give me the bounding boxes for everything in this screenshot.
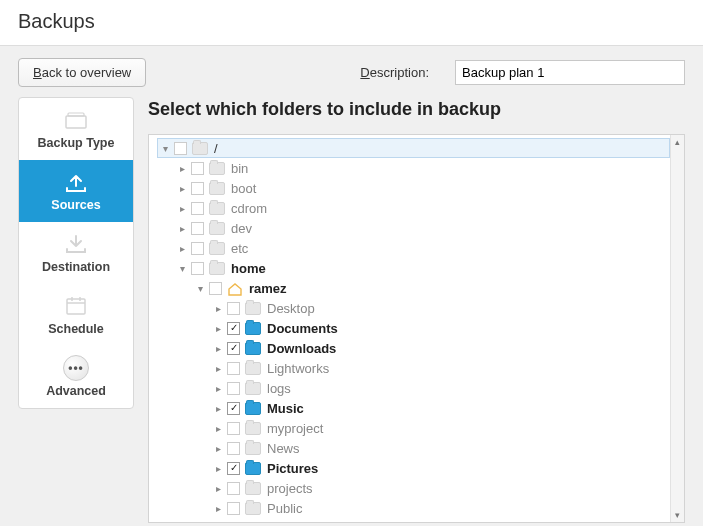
tree-row-boot[interactable]: ▸boot [157,178,670,198]
sidebar-item-schedule[interactable]: Schedule [19,284,133,346]
include-checkbox[interactable] [191,182,204,195]
folder-icon [209,262,225,275]
chevron-down-icon[interactable]: ▾ [158,143,172,154]
include-checkbox[interactable] [174,142,187,155]
tree-item-label: Desktop [267,301,315,316]
folder-stack-icon [62,108,90,132]
include-checkbox[interactable] [227,302,240,315]
chevron-right-icon[interactable]: ▸ [175,223,189,234]
chevron-down-icon[interactable]: ▾ [193,283,207,294]
sidebar-item-destination[interactable]: Destination [19,222,133,284]
tree-row-desktop[interactable]: ▸Desktop [157,298,670,318]
scroll-up-icon[interactable]: ▴ [671,135,684,149]
folder-tree: ▾/▸bin▸boot▸cdrom▸dev▸etc▾home▾ramez▸Des… [148,134,685,523]
description-input[interactable] [455,60,685,85]
folder-icon [245,302,261,315]
folder-icon [209,182,225,195]
include-checkbox[interactable]: ✓ [227,402,240,415]
include-checkbox[interactable]: ✓ [227,342,240,355]
svg-rect-1 [68,113,84,116]
scroll-down-icon[interactable]: ▾ [671,508,684,522]
chevron-right-icon[interactable]: ▸ [211,483,225,494]
sidebar-item-label: Destination [42,260,110,274]
tree-row-dev[interactable]: ▸dev [157,218,670,238]
chevron-right-icon[interactable]: ▸ [211,463,225,474]
chevron-right-icon[interactable]: ▸ [211,363,225,374]
tree-item-label: Lightworks [267,361,329,376]
include-checkbox[interactable] [191,202,204,215]
upload-icon [62,170,90,194]
include-checkbox[interactable] [209,282,222,295]
include-checkbox[interactable] [191,242,204,255]
folder-icon [245,382,261,395]
include-checkbox[interactable] [227,362,240,375]
include-checkbox[interactable] [191,222,204,235]
tree-row-logs[interactable]: ▸logs [157,378,670,398]
chevron-right-icon[interactable]: ▸ [211,343,225,354]
tree-row-documents[interactable]: ▸✓Documents [157,318,670,338]
tree-row-etc[interactable]: ▸etc [157,238,670,258]
back-to-overview-button[interactable]: Back to overview [18,58,146,87]
sidebar-item-label: Backup Type [38,136,115,150]
sidebar-item-label: Schedule [48,322,104,336]
include-checkbox[interactable] [227,422,240,435]
tree-row-news[interactable]: ▸News [157,438,670,458]
chevron-right-icon[interactable]: ▸ [211,323,225,334]
tree-item-label: etc [231,241,248,256]
include-checkbox[interactable]: ✓ [227,462,240,475]
tree-row-projects[interactable]: ▸projects [157,478,670,498]
download-icon [62,232,90,256]
sidebar-item-sources[interactable]: Sources [19,160,133,222]
chevron-right-icon[interactable]: ▸ [211,443,225,454]
chevron-right-icon[interactable]: ▸ [211,403,225,414]
tree-item-label: News [267,441,300,456]
folder-icon [245,402,261,415]
description-label: Description: [360,65,429,80]
chevron-right-icon[interactable]: ▸ [211,303,225,314]
chevron-right-icon[interactable]: ▸ [175,163,189,174]
tree-row-home[interactable]: ▾home [157,258,670,278]
folder-icon [209,202,225,215]
include-checkbox[interactable] [227,482,240,495]
chevron-right-icon[interactable]: ▸ [175,183,189,194]
tree-row-pictures[interactable]: ▸✓Pictures [157,458,670,478]
folder-icon [209,222,225,235]
sidebar-item-backup-type[interactable]: Backup Type [19,98,133,160]
tree-row-user[interactable]: ▾ramez [157,278,670,298]
tree-row-root[interactable]: ▾/ [157,138,670,158]
tree-row-lightworks[interactable]: ▸Lightworks [157,358,670,378]
tree-row-downloads[interactable]: ▸✓Downloads [157,338,670,358]
folder-icon [245,502,261,515]
tree-scrollbar[interactable]: ▴ ▾ [670,135,684,522]
tree-row-bin[interactable]: ▸bin [157,158,670,178]
folder-icon [192,142,208,155]
include-checkbox[interactable]: ✓ [227,322,240,335]
folder-icon [209,242,225,255]
chevron-right-icon[interactable]: ▸ [211,383,225,394]
include-checkbox[interactable] [191,162,204,175]
chevron-right-icon[interactable]: ▸ [211,503,225,514]
dots-icon: ••• [62,356,90,380]
include-checkbox[interactable] [227,382,240,395]
folder-icon [245,462,261,475]
include-checkbox[interactable] [227,442,240,455]
chevron-right-icon[interactable]: ▸ [175,243,189,254]
chevron-down-icon[interactable]: ▾ [175,263,189,274]
tree-item-label: Documents [267,321,338,336]
tree-item-label: ramez [249,281,287,296]
chevron-right-icon[interactable]: ▸ [211,423,225,434]
tree-item-label: boot [231,181,256,196]
home-icon [227,282,243,295]
folder-icon [245,422,261,435]
chevron-right-icon[interactable]: ▸ [175,203,189,214]
tree-item-label: Public [267,501,302,516]
svg-rect-0 [66,116,86,128]
tree-row-public[interactable]: ▸Public [157,498,670,518]
tree-row-music[interactable]: ▸✓Music [157,398,670,418]
include-checkbox[interactable] [191,262,204,275]
include-checkbox[interactable] [227,502,240,515]
main-panel: Select which folders to include in backu… [134,97,685,523]
tree-row-myproject[interactable]: ▸myproject [157,418,670,438]
tree-row-cdrom[interactable]: ▸cdrom [157,198,670,218]
sidebar-item-advanced[interactable]: •••Advanced [19,346,133,408]
